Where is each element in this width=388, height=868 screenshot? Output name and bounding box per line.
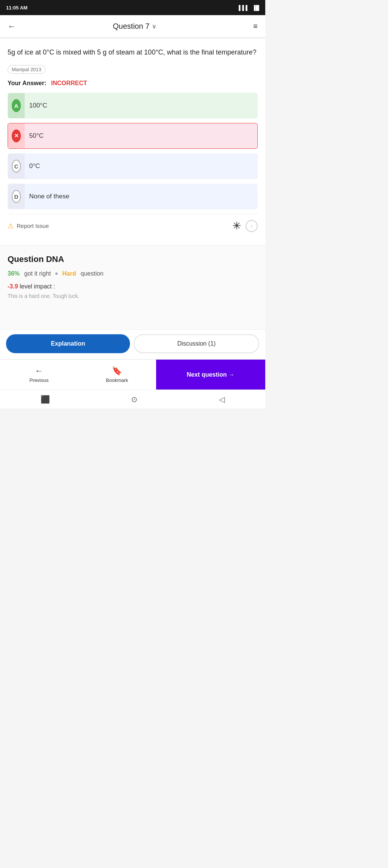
bottom-tabs-partial: Explanation Discussion (1) — [0, 329, 265, 359]
chevron-down-icon: ∨ — [152, 23, 156, 30]
previous-label: Previous — [30, 377, 49, 383]
report-label: Report Issue — [17, 223, 49, 229]
option-c-text: 0°C — [25, 156, 257, 176]
option-c-row[interactable]: C 0°C — [8, 153, 258, 179]
answer-status: Your Answer: INCORRECT — [8, 80, 258, 87]
dna-title: Question DNA — [8, 254, 258, 264]
source-tag: Manipal 2013 — [8, 65, 45, 74]
option-d-row[interactable]: D None of these — [8, 184, 258, 209]
dna-impact: -3.9 level impact : — [8, 283, 258, 290]
dna-impact-label: level impact : — [20, 283, 55, 290]
status-badge: INCORRECT — [51, 80, 87, 86]
option-c-circle: C — [12, 160, 21, 173]
option-b-text: 50°C — [25, 126, 257, 146]
bottom-nav: ← Previous 🔖 Bookmark Next question → — [0, 359, 265, 390]
option-b-badge: ✕ — [8, 123, 25, 148]
dna-got-right: got it right — [24, 270, 51, 277]
report-extras: ✳ ○ — [232, 220, 258, 232]
header-title-container[interactable]: Question 7 ∨ — [113, 22, 156, 31]
option-a-circle: A — [12, 99, 21, 112]
status-icons: ▌▌▌ ▐█ — [239, 5, 259, 11]
circle-inner: ○ — [250, 223, 253, 229]
system-nav-bar: ⬛ ⊙ ◁ — [0, 390, 265, 408]
explanation-button[interactable]: Explanation — [6, 334, 130, 353]
header: ← Question 7 ∨ ≡ — [0, 15, 265, 38]
sys-circle-icon[interactable]: ⊙ — [131, 395, 138, 404]
warning-icon: ⚠ — [8, 222, 14, 230]
dna-sub-text: This is a hard one. Tough luck. — [8, 293, 258, 299]
next-question-button[interactable]: Next question → — [156, 360, 265, 390]
battery-icon: ▐█ — [252, 5, 259, 11]
question-text: 5g of ice at 0°C is mixed with 5 g of st… — [8, 47, 258, 58]
option-a-row[interactable]: A 100°C — [8, 93, 258, 118]
spacer — [0, 307, 265, 329]
back-arrow-icon: ← — [35, 366, 43, 376]
your-answer-label: Your Answer: — [8, 80, 46, 86]
status-time: 11:05 AM — [6, 5, 28, 11]
option-c-badge: C — [8, 154, 25, 179]
previous-button[interactable]: ← Previous — [0, 362, 78, 387]
dna-stats: 36% got it right Hard question — [8, 270, 258, 277]
report-left[interactable]: ⚠ Report Issue — [8, 222, 49, 230]
main-content: 5g of ice at 0°C is mixed with 5 g of st… — [0, 38, 265, 245]
sys-home-icon[interactable]: ⬛ — [41, 395, 50, 404]
dna-difficulty-text: question — [81, 270, 104, 277]
option-b-circle: ✕ — [12, 129, 21, 142]
option-b-row[interactable]: ✕ 50°C — [8, 123, 258, 149]
bookmark-button[interactable]: 🔖 Bookmark — [78, 362, 156, 387]
option-d-badge: D — [8, 184, 25, 209]
bookmark-label: Bookmark — [106, 377, 128, 383]
options-container: A 100°C ✕ 50°C C 0°C D None of these — [8, 93, 258, 209]
back-button[interactable]: ← — [8, 22, 16, 31]
menu-icon[interactable]: ≡ — [253, 22, 258, 31]
dna-section: Question DNA 36% got it right Hard quest… — [0, 245, 265, 307]
dna-difficulty: Hard — [62, 270, 76, 277]
report-row: ⚠ Report Issue ✳ ○ — [8, 214, 258, 237]
bookmark-icon: 🔖 — [112, 366, 122, 376]
separator-dot — [55, 273, 58, 275]
circle-button[interactable]: ○ — [246, 220, 258, 232]
option-a-badge: A — [8, 93, 25, 118]
signal-icon: ▌▌▌ — [239, 5, 249, 11]
burst-icon: ✳ — [232, 220, 241, 232]
option-d-text: None of these — [25, 187, 257, 206]
dna-percent: 36% — [8, 270, 20, 277]
bottom-buttons: Explanation Discussion (1) — [6, 334, 259, 353]
next-label: Next question → — [187, 371, 235, 378]
option-d-circle: D — [12, 190, 21, 203]
option-a-text: 100°C — [25, 96, 257, 115]
status-bar: 11:05 AM ▌▌▌ ▐█ — [0, 0, 265, 15]
dna-impact-value: -3.9 — [8, 283, 18, 290]
discussion-button[interactable]: Discussion (1) — [134, 334, 259, 353]
sys-back-icon[interactable]: ◁ — [219, 395, 225, 404]
question-title: Question 7 — [113, 22, 150, 31]
